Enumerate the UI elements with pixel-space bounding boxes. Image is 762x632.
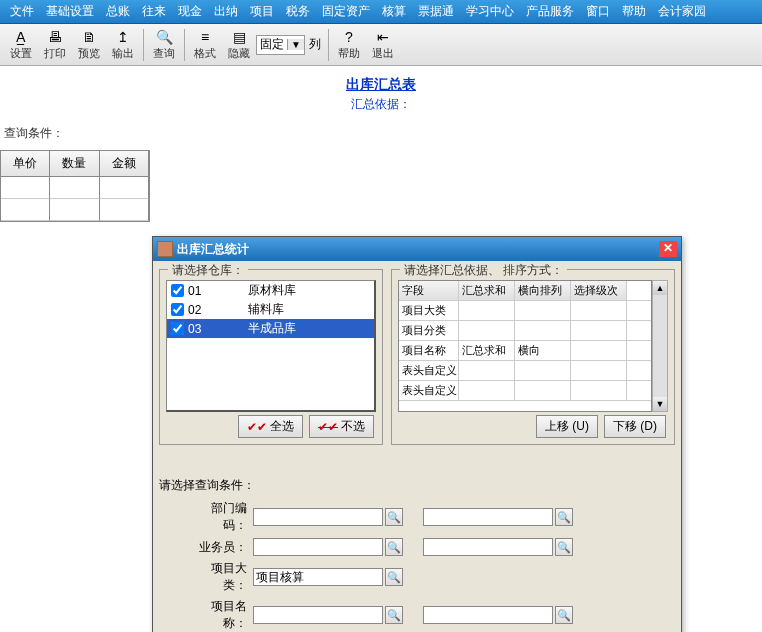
dialog-title-text: 出库汇总统计 (177, 241, 249, 258)
tb-settings[interactable]: A̲设置 (4, 27, 38, 63)
scrollbar[interactable]: ▲▼ (652, 280, 668, 412)
menu-file[interactable]: 文件 (4, 1, 40, 22)
content: 出库汇总表 汇总依据： 查询条件： 单价 数量 金额 出库汇总统计 ✕ 请选择仓… (0, 66, 762, 632)
tb-exit[interactable]: ⇤退出 (366, 27, 400, 63)
select-all-button[interactable]: ✔✔全选 (238, 415, 303, 438)
wh-check[interactable] (171, 322, 184, 335)
tb-hide[interactable]: ▤隐藏 (222, 27, 256, 63)
summary-dialog: 出库汇总统计 ✕ 请选择仓库： 01原材料库 02辅料库 03半成品库 ✔✔全选… (152, 236, 682, 632)
tb-preview[interactable]: 🗎预览 (72, 27, 106, 63)
checks-icon: ✔✔ (247, 420, 267, 434)
input-dept-to[interactable] (423, 508, 553, 526)
doc-subtitle: 汇总依据： (0, 96, 762, 113)
strike-icon: ✔✔ (318, 420, 338, 434)
sum-row[interactable]: 表头自定义 (399, 381, 651, 401)
menu-gl[interactable]: 总账 (100, 1, 136, 22)
label-category: 项目大类： (189, 560, 253, 594)
menu-window[interactable]: 窗口 (580, 1, 616, 22)
tb-fixed-combo[interactable]: ▼ (256, 35, 305, 55)
menu-cost[interactable]: 核算 (376, 1, 412, 22)
sum-row[interactable]: 项目分类 (399, 321, 651, 341)
menu-basic[interactable]: 基础设置 (40, 1, 100, 22)
input-dept-from[interactable] (253, 508, 383, 526)
query-icon: 🔍 (156, 29, 172, 45)
menu-tax[interactable]: 税务 (280, 1, 316, 22)
toolbar: A̲设置 🖶打印 🗎预览 ↥输出 🔍查询 ≡格式 ▤隐藏 ▼ 列 ?帮助 ⇤退出 (0, 24, 762, 66)
lookup-icon[interactable]: 🔍 (385, 538, 403, 556)
sum-row[interactable]: 表头自定义 (399, 361, 651, 381)
warehouse-item[interactable]: 03半成品库 (167, 319, 374, 338)
label-dept: 部门编码： (189, 500, 253, 534)
lookup-icon[interactable]: 🔍 (385, 508, 403, 526)
tb-print[interactable]: 🖶打印 (38, 27, 72, 63)
wh-check[interactable] (171, 303, 184, 316)
menu-cashier[interactable]: 出纳 (208, 1, 244, 22)
output-icon: ↥ (115, 29, 131, 45)
hide-icon: ▤ (231, 29, 247, 45)
summary-table[interactable]: 字段 汇总求和 横向排列 选择级次 项目大类 项目分类 项目名称汇总求和横向 表… (398, 280, 652, 412)
sum-col-level[interactable]: 选择级次 (571, 281, 627, 300)
lookup-icon[interactable]: 🔍 (555, 538, 573, 556)
menu-learn[interactable]: 学习中心 (460, 1, 520, 22)
help-icon: ? (341, 29, 357, 45)
menu-project[interactable]: 项目 (244, 1, 280, 22)
label-pname: 项目名称： (189, 598, 253, 632)
input-pname-to[interactable] (423, 606, 553, 624)
sum-col-sum[interactable]: 汇总求和 (459, 281, 515, 300)
menu-fa[interactable]: 固定资产 (316, 1, 376, 22)
menu-help[interactable]: 帮助 (616, 1, 652, 22)
grid-body (0, 177, 150, 222)
doc-title: 出库汇总表 (0, 76, 762, 94)
tb-help[interactable]: ?帮助 (332, 27, 366, 63)
scroll-down-icon[interactable]: ▼ (653, 397, 667, 411)
tb-format[interactable]: ≡格式 (188, 27, 222, 63)
lookup-icon[interactable]: 🔍 (385, 606, 403, 624)
fixed-suffix: 列 (305, 36, 325, 53)
scroll-up-icon[interactable]: ▲ (653, 281, 667, 295)
lookup-icon[interactable]: 🔍 (555, 606, 573, 624)
tb-query[interactable]: 🔍查询 (147, 27, 181, 63)
warehouse-list[interactable]: 01原材料库 02辅料库 03半成品库 (166, 280, 376, 412)
query-conditions-label: 查询条件： (0, 117, 762, 150)
label-user: 业务员： (189, 539, 253, 556)
sum-row[interactable]: 项目名称汇总求和横向 (399, 341, 651, 361)
lookup-icon[interactable]: 🔍 (385, 568, 403, 586)
grid-header: 单价 数量 金额 (0, 150, 150, 177)
menu-home[interactable]: 会计家园 (652, 1, 712, 22)
sum-col-horiz[interactable]: 横向排列 (515, 281, 571, 300)
dialog-icon (157, 241, 173, 257)
input-user-to[interactable] (423, 538, 553, 556)
input-category[interactable] (253, 568, 383, 586)
menu-product[interactable]: 产品服务 (520, 1, 580, 22)
exit-icon: ⇤ (375, 29, 391, 45)
move-down-button[interactable]: 下移 (D) (604, 415, 666, 438)
col-amount[interactable]: 金额 (100, 151, 149, 176)
input-user-from[interactable] (253, 538, 383, 556)
tb-output[interactable]: ↥输出 (106, 27, 140, 63)
combo-arrow-icon[interactable]: ▼ (287, 39, 304, 50)
move-up-button[interactable]: 上移 (U) (536, 415, 598, 438)
input-pname-from[interactable] (253, 606, 383, 624)
fixed-input[interactable] (257, 38, 287, 52)
menu-cash[interactable]: 现金 (172, 1, 208, 22)
col-qty[interactable]: 数量 (50, 151, 99, 176)
menu-ap[interactable]: 往来 (136, 1, 172, 22)
warehouse-group-title: 请选择仓库： (168, 262, 248, 279)
sum-row[interactable]: 项目大类 (399, 301, 651, 321)
summary-group-title: 请选择汇总依据、 排序方式： (400, 262, 567, 279)
col-price[interactable]: 单价 (1, 151, 50, 176)
sum-col-field[interactable]: 字段 (399, 281, 459, 300)
settings-icon: A̲ (13, 29, 29, 45)
warehouse-item[interactable]: 01原材料库 (167, 281, 374, 300)
close-button[interactable]: ✕ (659, 241, 677, 257)
lookup-icon[interactable]: 🔍 (555, 508, 573, 526)
query-title: 请选择查询条件： (159, 477, 675, 494)
summary-group: 请选择汇总依据、 排序方式： 字段 汇总求和 横向排列 选择级次 项目大类 项目… (391, 269, 675, 445)
wh-check[interactable] (171, 284, 184, 297)
preview-icon: 🗎 (81, 29, 97, 45)
warehouse-item[interactable]: 02辅料库 (167, 300, 374, 319)
print-icon: 🖶 (47, 29, 63, 45)
dialog-titlebar[interactable]: 出库汇总统计 ✕ (153, 237, 681, 261)
menu-bill[interactable]: 票据通 (412, 1, 460, 22)
select-none-button[interactable]: ✔✔不选 (309, 415, 374, 438)
